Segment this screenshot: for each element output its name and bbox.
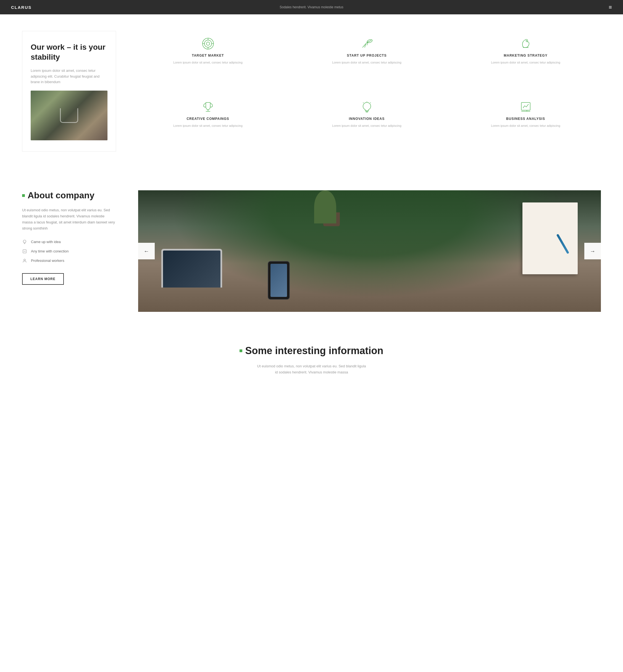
lightbulb-icon <box>22 240 27 244</box>
feature-desc-4: Lorem ipsum dolor sit amet, consec tetur… <box>173 123 243 128</box>
feature-target-market: TARGET MARKET Lorem ipsum dolor sit amet… <box>132 36 283 89</box>
work-description: Lorem ipsum dolor sit amet, consec tetur… <box>31 68 108 85</box>
svg-point-28 <box>24 259 25 261</box>
hamburger-icon[interactable]: ≡ <box>609 4 612 10</box>
nav-subtitle: Sodales hendrerit. Vivamus molestie metu… <box>279 5 344 9</box>
heading-dot <box>22 194 25 197</box>
chess-horse-icon <box>518 36 533 51</box>
person-icon <box>22 258 27 263</box>
work-section: Our work – it is your stability Lorem ip… <box>0 14 623 174</box>
work-card: Our work – it is your stability Lorem ip… <box>22 31 116 152</box>
about-heading: About company <box>22 190 116 201</box>
info-text: Ut euismod odio metus, non volutpat elit… <box>257 363 367 375</box>
feature-desc-6: Lorem ipsum dolor sit amet, consec tetur… <box>491 123 560 128</box>
learn-more-button[interactable]: LEARN MORE <box>22 273 64 285</box>
list-item-idea: Came up with idea <box>22 240 116 244</box>
svg-line-20 <box>370 102 371 103</box>
feature-startup: START UP PROJECTS Lorem ipsum dolor sit … <box>292 36 442 89</box>
info-heading: Some interesting information <box>22 345 601 357</box>
about-image-slider: ← → <box>138 190 601 312</box>
feature-desc-3: Lorem ipsum dolor sit amet, consec tetur… <box>491 60 560 65</box>
svg-point-13 <box>526 40 527 41</box>
svg-line-19 <box>363 102 363 103</box>
phone <box>268 261 290 300</box>
notebook <box>523 203 578 274</box>
feature-desc-5: Lorem ipsum dolor sit amet, consec tetur… <box>332 123 402 128</box>
info-section: Some interesting information Ut euismod … <box>0 328 623 387</box>
work-image <box>31 91 108 140</box>
connection-icon <box>22 249 27 254</box>
plant <box>314 190 336 223</box>
feature-creative: CREATIVE COMPAINGS Lorem ipsum dolor sit… <box>132 100 283 152</box>
about-list: Came up with idea Any time with conectio… <box>22 240 116 263</box>
feature-business: BUSINESS ANALYSIS Lorem ipsum dolor sit … <box>450 100 601 152</box>
feature-title-1: TARGET MARKET <box>192 54 224 57</box>
feature-desc-1: Lorem ipsum dolor sit amet, consec tetur… <box>173 60 243 65</box>
navbar: CLARUS Sodales hendrerit. Vivamus molest… <box>0 0 623 14</box>
telescope-icon <box>360 36 374 51</box>
list-item-workers-text: Professional workers <box>31 258 64 263</box>
work-title: Our work – it is your stability <box>31 42 108 62</box>
laptop <box>161 249 222 287</box>
list-item-workers: Professional workers <box>22 258 116 263</box>
feature-marketing: MARKETING STRATEGY Lorem ipsum dolor sit… <box>450 36 601 89</box>
svg-point-1 <box>204 40 212 47</box>
target-icon <box>201 36 215 51</box>
chart-icon <box>518 100 533 114</box>
work-image-placeholder <box>31 91 108 140</box>
feature-innovation: INNOVATION IDEAS Lorem ipsum dolor sit a… <box>292 100 442 152</box>
feature-title-2: START UP PROJECTS <box>347 54 387 57</box>
list-item-connection-text: Any time with conection <box>31 249 69 253</box>
about-section: About company Ut euismod odio metus, non… <box>0 174 623 328</box>
trophy-icon <box>201 100 215 114</box>
feature-title-3: MARKETING STRATEGY <box>504 54 547 57</box>
svg-point-2 <box>206 42 210 45</box>
laptop-screen <box>163 250 220 287</box>
features-grid: TARGET MARKET Lorem ipsum dolor sit amet… <box>132 31 601 152</box>
feature-title-5: INNOVATION IDEAS <box>349 117 385 121</box>
slider-next-button[interactable]: → <box>584 243 601 259</box>
slider-prev-button[interactable]: ← <box>138 243 155 259</box>
bulb-icon <box>360 100 374 114</box>
about-text: Ut euismod odio metus, non volutpat elit… <box>22 207 116 232</box>
feature-title-4: CREATIVE COMPAINGS <box>186 117 229 121</box>
nav-logo: CLARUS <box>11 5 32 10</box>
list-item-connection: Any time with conection <box>22 249 116 254</box>
info-heading-dot <box>240 349 242 352</box>
about-left-panel: About company Ut euismod odio metus, non… <box>22 190 116 284</box>
feature-desc-2: Lorem ipsum dolor sit amet, consec tetur… <box>332 60 402 65</box>
list-item-idea-text: Came up with idea <box>31 240 61 244</box>
feature-title-6: BUSINESS ANALYSIS <box>506 117 545 121</box>
